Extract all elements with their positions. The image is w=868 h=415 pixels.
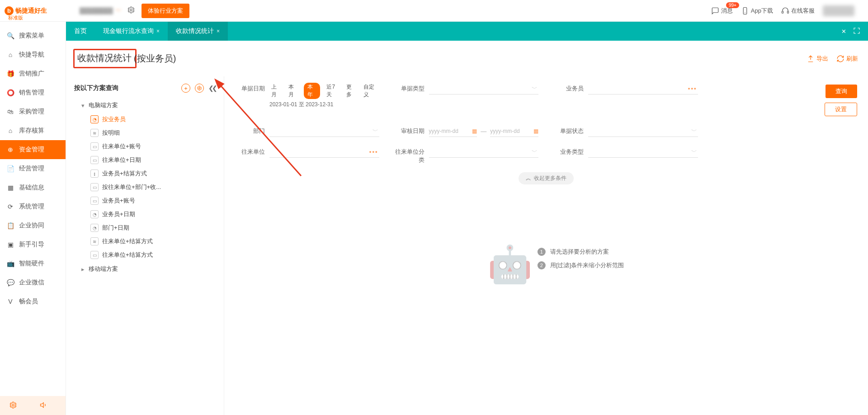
- settings-button[interactable]: 设置: [825, 103, 857, 116]
- close-icon[interactable]: ×: [156, 28, 160, 34]
- refresh-link[interactable]: 刷新: [836, 55, 858, 63]
- fullscreen-icon[interactable]: [853, 27, 861, 36]
- online-service-link[interactable]: 在线客服: [781, 7, 815, 15]
- messages-badge: 99+: [726, 2, 739, 8]
- user-avatar[interactable]: [823, 5, 854, 16]
- tree-node-pc[interactable]: ▾ 电脑端方案: [72, 98, 221, 113]
- speaker-icon[interactable]: [40, 401, 48, 410]
- experience-industry-button[interactable]: 体验行业方案: [142, 4, 189, 18]
- step-2: 2用[过滤]条件来缩小分析范围: [538, 261, 624, 269]
- tab-2[interactable]: 收款情况统计×: [168, 22, 228, 41]
- partner-select[interactable]: •••: [269, 146, 379, 158]
- org-selector[interactable]: ████████ ﹀: [80, 7, 122, 15]
- sidebar-icon: ▣: [6, 241, 14, 249]
- date-quick-picker[interactable]: 上月本月本年近7天更多自定义: [269, 83, 379, 99]
- guide-steps: 1请先选择要分析的方案 2用[过滤]条件来缩小分析范围: [538, 248, 624, 275]
- message-icon: [711, 7, 719, 15]
- scheme-leaf-1[interactable]: ≋按明细: [72, 126, 221, 140]
- sidebar-item-13[interactable]: 💬企业微信: [0, 273, 66, 292]
- date-quick-option[interactable]: 更多: [344, 83, 357, 99]
- partner-cat-select[interactable]: ﹀: [429, 146, 539, 158]
- messages-link[interactable]: 消息 99+: [711, 7, 733, 15]
- scheme-leaf-icon: ▭: [90, 251, 99, 259]
- sidebar-item-7[interactable]: 📄经营管理: [0, 159, 66, 178]
- scheme-leaf-7[interactable]: ◔业务员+日期: [72, 208, 221, 221]
- chevron-down-icon: ﹀: [691, 148, 697, 156]
- scheme-leaf-10[interactable]: ▭往来单位+结算方式: [72, 248, 221, 262]
- doc-type-select[interactable]: ﹀: [429, 83, 539, 94]
- date-quick-option[interactable]: 本年: [304, 83, 320, 99]
- audit-date-to[interactable]: yyyy-mm-dd▦: [490, 125, 538, 137]
- settings-icon[interactable]: [9, 401, 17, 410]
- filters-grid: 单据日期 上月本月本年近7天更多自定义 2023-01-01 至 2023-12…: [224, 76, 868, 168]
- filter-dept: 部门 ﹀: [233, 125, 379, 137]
- sidebar-item-5[interactable]: ⌂库存核算: [0, 121, 66, 140]
- date-quick-option[interactable]: 上月: [269, 83, 282, 99]
- collapse-panel-icon[interactable]: ❮❮: [208, 85, 216, 92]
- result-area: 🤖 1请先选择要分析的方案 2用[过滤]条件来缩小分析范围: [224, 193, 868, 415]
- export-link[interactable]: 导出: [807, 55, 828, 63]
- scheme-leaf-9[interactable]: ≋往来单位+结算方式: [72, 235, 221, 248]
- sidebar-item-3[interactable]: ⭕销售管理: [0, 83, 66, 102]
- add-scheme-button[interactable]: +: [181, 84, 190, 93]
- tab-0[interactable]: 首页: [66, 22, 95, 41]
- app-download-link[interactable]: App下载: [741, 7, 773, 15]
- brand-logo: b 畅捷通好生: [5, 6, 47, 15]
- sidebar-icon: 💬: [6, 278, 14, 287]
- query-button[interactable]: 查询: [826, 85, 857, 98]
- collapse-bar: ︽ 收起更多条件: [224, 168, 868, 189]
- tab-1[interactable]: 现金银行流水查询×: [95, 22, 168, 41]
- svg-rect-3: [782, 11, 783, 13]
- sidebar-item-12[interactable]: 📺智能硬件: [0, 254, 66, 273]
- sidebar-item-8[interactable]: ▦基础信息: [0, 178, 66, 197]
- sidebar-item-11[interactable]: ▣新手引导: [0, 235, 66, 254]
- content: 按以下方案查询 + ❮❮ ▾ 电脑端方案: [66, 76, 868, 415]
- scheme-leaf-icon: ≋: [90, 237, 99, 245]
- salesman-select[interactable]: •••: [588, 83, 698, 94]
- svg-rect-4: [788, 11, 789, 13]
- scheme-settings-button[interactable]: [195, 84, 204, 93]
- sidebar-icon: ⊕: [6, 146, 14, 154]
- scheme-leaf-6[interactable]: ▭业务员+账号: [72, 194, 221, 208]
- sidebar-icon: 🎁: [6, 70, 14, 78]
- sidebar-item-2[interactable]: 🎁营销推广: [0, 64, 66, 83]
- sidebar-item-6[interactable]: ⊕资金管理: [0, 140, 66, 159]
- dept-select[interactable]: ﹀: [269, 125, 379, 137]
- close-all-icon[interactable]: ✕: [841, 28, 846, 35]
- sidebar-item-9[interactable]: ⟳系统管理: [0, 197, 66, 216]
- chevron-up-icon: ︽: [526, 174, 531, 182]
- sidebar-icon: 📺: [6, 259, 14, 268]
- sidebar-item-0[interactable]: 🔍搜索菜单: [0, 26, 66, 45]
- tree-node-mobile[interactable]: ▸ 移动端方案: [72, 262, 221, 276]
- filter-salesman: 业务员 •••: [552, 83, 698, 94]
- scheme-leaf-4[interactable]: ⫿业务员+结算方式: [72, 167, 221, 180]
- biz-type-select[interactable]: ﹀: [588, 146, 698, 158]
- sidebar-item-4[interactable]: 🛍采购管理: [0, 102, 66, 121]
- sidebar-item-1[interactable]: ⌂快捷导航: [0, 45, 66, 64]
- sidebar-item-14[interactable]: V畅会员: [0, 292, 66, 311]
- brand-edition-badge: 标准版: [8, 14, 23, 21]
- scheme-panel-title: 按以下方案查询: [74, 84, 118, 92]
- scheme-leaf-3[interactable]: ▭往来单位+日期: [72, 153, 221, 167]
- scheme-leaf-5[interactable]: ▭按往来单位+部门+收...: [72, 180, 221, 194]
- more-icon: •••: [369, 148, 378, 155]
- date-quick-option[interactable]: 近7天: [325, 83, 340, 99]
- sidebar-icon: ⌂: [6, 127, 14, 135]
- scheme-leaf-0[interactable]: ◔按业务员: [72, 113, 221, 126]
- caret-down-icon: ▾: [81, 102, 85, 109]
- close-icon[interactable]: ×: [217, 28, 220, 34]
- gear-icon[interactable]: [127, 6, 135, 15]
- scheme-leaf-icon: ◔: [90, 115, 99, 123]
- collapse-filters-button[interactable]: ︽ 收起更多条件: [519, 172, 574, 184]
- export-icon: [807, 55, 815, 63]
- doc-status-select[interactable]: ﹀: [588, 125, 698, 137]
- date-quick-option[interactable]: 本月: [287, 83, 299, 99]
- svg-rect-1: [743, 7, 747, 14]
- date-quick-option[interactable]: 自定义: [362, 83, 379, 99]
- tabs-bar: 首页现金银行流水查询×收款情况统计× ✕: [66, 22, 868, 41]
- sidebar-icon: ⭕: [6, 89, 14, 97]
- scheme-leaf-8[interactable]: ◔部门+日期: [72, 221, 221, 235]
- scheme-leaf-2[interactable]: ▭往来单位+账号: [72, 140, 221, 153]
- audit-date-from[interactable]: yyyy-mm-dd▦: [429, 125, 477, 137]
- sidebar-item-10[interactable]: 📋企业协同: [0, 216, 66, 235]
